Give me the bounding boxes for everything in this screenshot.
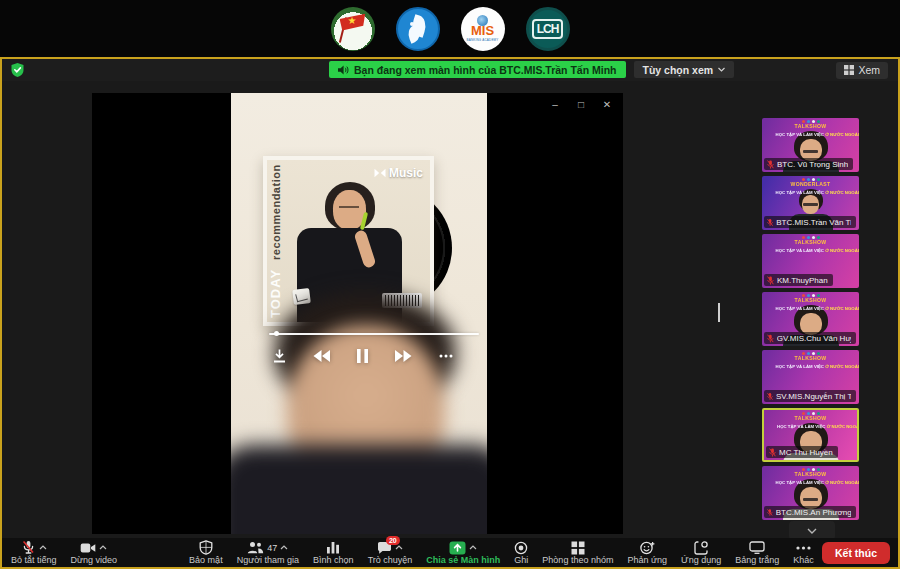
toolbar-breakout-rooms[interactable]: Phòng theo nhóm xyxy=(535,538,620,567)
participant-name-badge: MC Thu Huyền xyxy=(766,446,838,458)
toolbar-shield[interactable]: Bảo mật xyxy=(182,538,230,567)
participant-tile[interactable]: TALKSHOWHỌC TẬP VÀ LÀM VIỆC Ở NƯỚC NGOÀI… xyxy=(762,350,859,404)
banner-logos-icons xyxy=(762,352,859,355)
grid-view-icon xyxy=(844,65,854,75)
toolbar-item-label: Ghi xyxy=(514,555,528,565)
tile-event-banner: TALKSHOWHỌC TẬP VÀ LÀM VIỆC Ở NƯỚC NGOÀI xyxy=(762,118,859,138)
record-icon xyxy=(514,541,528,555)
toolbar-item-label: Bình chọn xyxy=(313,555,354,565)
chevron-up-icon[interactable] xyxy=(39,545,47,550)
toolbar-participants[interactable]: 47Người tham gia xyxy=(230,538,306,567)
shared-window-controls: – □ ✕ xyxy=(549,99,613,110)
participants-icon xyxy=(247,541,264,554)
music-brand-label: Music xyxy=(389,166,423,180)
toolbar-item-label: Trò chuyện xyxy=(368,555,413,565)
whiteboard-icon xyxy=(749,541,765,554)
banner-logos-icons xyxy=(762,178,859,181)
share-notify-bar: Bạn đang xem màn hình của BTC.MIS.Trần T… xyxy=(2,59,898,81)
toolbar-reactions[interactable]: Phản ứng xyxy=(620,538,674,567)
participant-tile[interactable]: TALKSHOWHỌC TẬP VÀ LÀM VIỆC Ở NƯỚC NGOÀI… xyxy=(762,234,859,288)
chevron-down-icon xyxy=(718,67,725,72)
participant-tile[interactable]: TALKSHOWHỌC TẬP VÀ LÀM VIỆC Ở NƯỚC NGOÀI… xyxy=(762,466,859,520)
toolbar-mic-off[interactable]: Bỏ tắt tiếng xyxy=(4,538,64,567)
toolbar-share-screen[interactable]: Chia sẻ Màn hình xyxy=(419,538,507,567)
youth-union-logo: ★ xyxy=(331,7,375,51)
banner-logos-icons xyxy=(762,468,859,471)
participant-tile[interactable]: TALKSHOWHỌC TẬP VÀ LÀM VIỆC Ở NƯỚC NGOÀI… xyxy=(762,292,859,346)
blurred-person-body xyxy=(231,445,487,534)
chevron-up-icon[interactable] xyxy=(469,545,477,550)
music-brand: Music xyxy=(374,166,423,180)
meeting-security-shield-icon[interactable] xyxy=(10,62,25,78)
participant-name-badge: BTC. Vũ Trọng Sinh xyxy=(764,158,853,170)
mic-off-icon xyxy=(767,508,773,517)
mis-logo: MIS BANKING ACADEMY xyxy=(461,7,505,51)
chevron-up-icon[interactable] xyxy=(99,545,107,550)
mic-off-icon xyxy=(767,218,773,227)
breakout-rooms-icon xyxy=(571,541,585,555)
meeting-toolbar: Bỏ tắt tiếngDừng videoBảo mật47Người tha… xyxy=(2,538,898,567)
card-text-today: TODAY xyxy=(268,269,283,318)
music-app-icon xyxy=(374,168,386,178)
view-layout-button[interactable]: Xem xyxy=(836,62,888,79)
minimize-icon: – xyxy=(549,99,561,110)
toolbar-item-label: Dừng video xyxy=(71,555,118,565)
mic-off-icon xyxy=(769,448,776,457)
view-options-dropdown[interactable]: Tùy chọn xem xyxy=(634,61,735,78)
viewing-screen-text: Bạn đang xem màn hình của BTC.MIS.Trần T… xyxy=(354,64,617,76)
toolbar-chat[interactable]: 20Trò chuyện xyxy=(361,538,420,567)
shared-screen-stage: – □ ✕ xyxy=(2,81,898,538)
toolbar-item-label: Khác xyxy=(793,555,814,565)
participant-tile[interactable]: TALKSHOWHỌC TẬP VÀ LÀM VIỆC Ở NƯỚC NGOÀI… xyxy=(762,118,859,172)
event-logo-bar: ★ MIS BANKING ACADEMY LCH xyxy=(0,0,900,57)
participant-count: 47 xyxy=(267,543,277,553)
apps-icon xyxy=(694,541,708,555)
tile-event-banner: TALKSHOWHỌC TẬP VÀ LÀM VIỆC Ở NƯỚC NGOÀI xyxy=(764,410,857,430)
banner-title: TALKSHOW xyxy=(769,124,851,130)
banner-subtitle: HỌC TẬP VÀ LÀM VIỆC Ở NƯỚC NGOÀI xyxy=(776,248,846,253)
participant-name: SV.MIS.Nguyễn Thị Th... xyxy=(776,392,851,401)
collapse-participants-button[interactable] xyxy=(789,521,835,538)
zoom-meeting-window: ★ MIS BANKING ACADEMY LCH xyxy=(0,0,900,569)
tile-event-banner: TALKSHOWHỌC TẬP VÀ LÀM VIỆC Ở NƯỚC NGOÀI xyxy=(762,466,859,486)
video-camera-icon xyxy=(80,542,96,554)
participant-name-badge: GV.MIS.Chu Văn Huy xyxy=(764,332,856,344)
participant-tile[interactable]: TALKSHOWHỌC TẬP VÀ LÀM VIỆC Ở NƯỚC NGOÀI… xyxy=(762,408,859,462)
view-options-label: Tùy chọn xem xyxy=(643,64,714,76)
tile-event-banner: TALKSHOWHỌC TẬP VÀ LÀM VIỆC Ở NƯỚC NGOÀI xyxy=(762,234,859,254)
chevron-up-icon[interactable] xyxy=(395,545,403,550)
toolbar-item-label: Ứng dụng xyxy=(681,555,721,565)
mic-off-icon xyxy=(21,540,36,555)
banner-title: WONDERLAST xyxy=(769,182,851,188)
chevron-up-icon[interactable] xyxy=(280,545,288,550)
participant-name: BTC.MIS.An Phương Đi... xyxy=(776,508,851,517)
toolbar-whiteboard[interactable]: Bảng trắng xyxy=(728,538,786,567)
toolbar-item-label: Người tham gia xyxy=(237,555,299,565)
toolbar-polls[interactable]: Bình chọn xyxy=(306,538,361,567)
banner-subtitle: HỌC TẬP VÀ LÀM VIỆC Ở NƯỚC NGOÀI xyxy=(776,132,846,137)
mic-off-icon xyxy=(767,160,774,169)
participant-tile[interactable]: WONDERLASTHỌC TẬP VÀ LÀM VIỆC Ở NƯỚC NGO… xyxy=(762,176,859,230)
toolbar-record[interactable]: Ghi xyxy=(507,538,535,567)
participant-name: BTC.MIS.Trần Văn Tiến xyxy=(776,218,851,227)
banner-logos-icons xyxy=(764,412,857,415)
toolbar-video-camera[interactable]: Dừng video xyxy=(64,538,125,567)
chevron-down-icon xyxy=(807,528,817,534)
banner-logos-icons xyxy=(762,236,859,239)
participant-name-badge: BTC.MIS.Trần Văn Tiến xyxy=(764,216,856,228)
shared-application-window: – □ ✕ xyxy=(92,93,623,534)
banner-subtitle: HỌC TẬP VÀ LÀM VIỆC Ở NƯỚC NGOÀI xyxy=(776,364,846,369)
toolbar-item-label: Bảng trắng xyxy=(735,555,779,565)
participant-name: BTC. Vũ Trọng Sinh xyxy=(777,160,848,169)
speaker-icon xyxy=(338,65,349,75)
toolbar-more[interactable]: Khác xyxy=(786,538,821,567)
chat-unread-badge: 20 xyxy=(386,536,400,545)
card-text-recommendation: recommendation xyxy=(270,164,282,260)
banner-title: TALKSHOW xyxy=(769,240,851,246)
toolbar-item-label: Bảo mật xyxy=(189,555,223,565)
end-meeting-button[interactable]: Kết thúc xyxy=(822,542,890,564)
toolbar-item-label: Phòng theo nhóm xyxy=(542,555,613,565)
reactions-icon xyxy=(640,541,655,555)
toolbar-apps[interactable]: Ứng dụng xyxy=(674,538,728,567)
student-association-logo xyxy=(396,7,440,51)
